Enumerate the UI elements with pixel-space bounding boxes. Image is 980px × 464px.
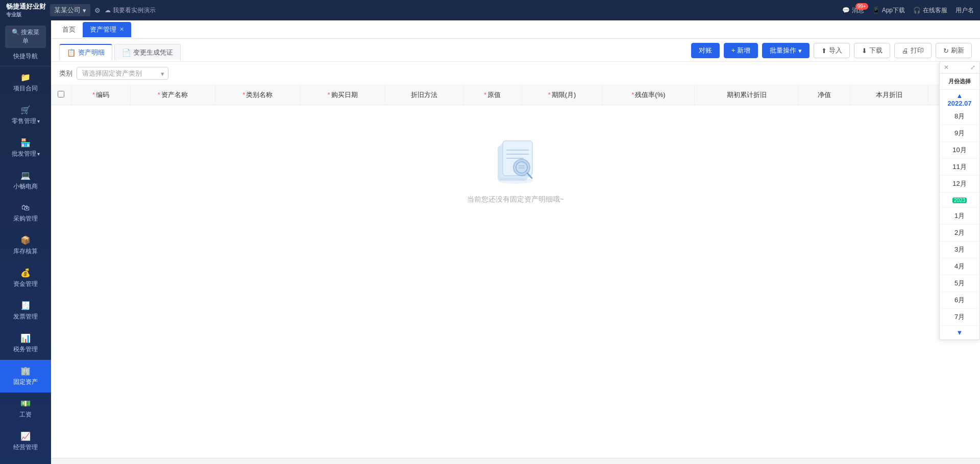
cloud-icon: ☁: [105, 7, 111, 14]
sidebar-item-fixed-assets[interactable]: 🏢 固定资产: [0, 360, 51, 393]
sub-tab-asset-detail-label: 资产明细: [78, 48, 105, 57]
filter-bar: 类别 请选择固定资产类别: [51, 62, 980, 85]
panel-nav-up[interactable]: ▲: [957, 92, 963, 100]
user-button[interactable]: 用户名: [955, 6, 974, 15]
wholesale-icon: 🏪: [20, 138, 31, 148]
app-download-button[interactable]: 📱 App下载: [872, 6, 905, 15]
col-net-value: 净值: [799, 85, 850, 105]
month-3[interactable]: 3月: [940, 241, 979, 258]
change-voucher-icon: 📄: [122, 48, 131, 57]
col-category: *类别名称: [215, 85, 301, 105]
sub-tab-bar: 📋 资产明细 📄 变更生成凭证 对账 + 新增 批量操作 ▾: [51, 39, 980, 62]
settings-button[interactable]: ⚙: [94, 7, 101, 14]
year-2023-badge: 2023: [940, 192, 979, 208]
category-filter-wrapper: 请选择固定资产类别: [77, 67, 168, 80]
table-wrapper: *编码 *资产名称 *类别名称 *购买日期 折旧方法 *原值 *期限(月) *残…: [51, 85, 980, 458]
year-badge: 2023: [952, 198, 967, 203]
panel-expand-button[interactable]: ⤢: [970, 64, 975, 71]
batch-label: 批量操作: [770, 46, 796, 55]
print-icon: 🖨: [902, 47, 909, 55]
sidebar-item-label: 项目合同: [13, 84, 38, 93]
empty-text: 当前您还没有固定资产明细哦~: [467, 195, 564, 204]
panel-nav-down[interactable]: ▼: [957, 329, 963, 336]
inventory-icon: 📦: [20, 235, 31, 245]
import-label: 导入: [829, 46, 842, 55]
month-2[interactable]: 2月: [940, 225, 979, 241]
col-name: *资产名称: [130, 85, 215, 105]
col-monthly-depreciation: 本月折旧: [850, 85, 928, 105]
sidebar-item-label: 采购管理: [13, 214, 38, 223]
demo-button[interactable]: ☁ 我要看实例演示: [105, 6, 156, 15]
empty-svg: [485, 136, 546, 187]
sidebar-item-invoice[interactable]: 🧾 发票管理: [0, 295, 51, 327]
month-6[interactable]: 6月: [940, 292, 979, 309]
sidebar-item-purchase[interactable]: 🛍 采购管理: [0, 197, 51, 229]
month-12[interactable]: 12月: [940, 176, 979, 192]
print-label: 打印: [911, 46, 924, 55]
management-icon: 📈: [20, 431, 31, 441]
finance-icon: 💰: [20, 268, 31, 278]
online-service-button[interactable]: 🎧 在线客服: [913, 6, 947, 15]
app-brand: 畅捷通好业财 专业版: [6, 2, 46, 18]
sidebar-item-label: 经营管理: [13, 443, 38, 452]
sidebar-item-salary[interactable]: 💵 工资: [0, 393, 51, 425]
sidebar-item-label: 批发管理: [12, 150, 36, 158]
sidebar-item-management[interactable]: 📈 经营管理: [0, 425, 51, 458]
import-button[interactable]: ⬆ 导入: [814, 43, 850, 58]
print-button[interactable]: 🖨 打印: [894, 43, 932, 58]
company-selector[interactable]: 某某公司 ▾: [50, 4, 90, 16]
download-label: 下载: [869, 46, 883, 55]
project-icon: 📁: [20, 72, 31, 82]
sidebar: 🔍 搜索菜单 快捷导航 📁 项目合同 🛒 零售管理 ▾ 🏪 批发管理 ▾: [0, 20, 51, 464]
quick-nav-button[interactable]: 快捷导航: [13, 52, 38, 61]
tax-icon: 📊: [20, 333, 31, 343]
col-purchase-date: *购买日期: [300, 85, 385, 105]
refresh-button[interactable]: ↻ 刷新: [936, 43, 972, 58]
search-menu-button[interactable]: 🔍 搜索菜单: [5, 26, 46, 48]
col-original-value: *原值: [463, 85, 522, 105]
sub-tab-asset-detail[interactable]: 📋 资产明细: [59, 44, 112, 60]
empty-state-cell: 当前您还没有固定资产明细哦~: [51, 105, 980, 235]
sidebar-item-wholesale[interactable]: 🏪 批发管理 ▾: [0, 132, 51, 164]
month-10[interactable]: 10月: [940, 142, 979, 159]
batch-button[interactable]: 批量操作 ▾: [762, 43, 810, 58]
month-5[interactable]: 5月: [940, 275, 979, 292]
sidebar-item-retail[interactable]: 🛒 零售管理 ▾: [0, 99, 51, 132]
top-bar-right: 💬 消息 99+ 📱 App下载 🎧 在线客服 用户名: [842, 6, 974, 15]
sub-tab-change-voucher[interactable]: 📄 变更生成凭证: [114, 44, 181, 60]
tab-home[interactable]: 首页: [55, 22, 83, 37]
month-4[interactable]: 4月: [940, 258, 979, 275]
add-button[interactable]: + 新增: [724, 43, 758, 58]
online-service-label: 在线客服: [923, 6, 947, 15]
sidebar-item-finance[interactable]: 💰 资金管理: [0, 262, 51, 295]
reconcile-button[interactable]: 对账: [691, 43, 720, 58]
empty-state: 当前您还没有固定资产明细哦~: [51, 105, 980, 235]
month-panel-title: 月份选择: [948, 78, 971, 85]
chevron-icon: ▾: [37, 118, 40, 124]
month-7[interactable]: 7月: [940, 309, 979, 326]
download-button[interactable]: ⬇ 下载: [854, 43, 890, 58]
month-9[interactable]: 9月: [940, 125, 979, 142]
month-11[interactable]: 11月: [940, 159, 979, 176]
sidebar-item-project[interactable]: 📁 项目合同: [0, 66, 51, 99]
panel-close-button[interactable]: ✕: [944, 64, 949, 71]
tab-close-icon[interactable]: ✕: [119, 26, 124, 33]
sidebar-item-label: 库存核算: [13, 247, 38, 256]
sidebar-item-general-ledger[interactable]: 📒 总账管理: [0, 458, 51, 464]
month-1[interactable]: 1月: [940, 208, 979, 225]
month-8[interactable]: 8月: [940, 108, 979, 125]
search-menu-label: 搜索菜单: [21, 29, 39, 44]
sidebar-item-label: 资金管理: [13, 280, 38, 288]
salary-icon: 💵: [20, 399, 31, 408]
app-name: 畅捷通好业财: [6, 3, 46, 10]
sidebar-item-tax[interactable]: 📊 税务管理: [0, 327, 51, 360]
app-download-label: App下载: [882, 6, 905, 15]
tab-asset-management[interactable]: 资产管理 ✕: [83, 22, 131, 37]
sidebar-item-inventory[interactable]: 📦 库存核算: [0, 229, 51, 262]
category-filter-select[interactable]: 请选择固定资产类别: [77, 67, 168, 80]
message-button[interactable]: 💬 消息 99+: [842, 6, 864, 15]
sidebar-item-ecommerce[interactable]: 💻 小畅电商: [0, 164, 51, 197]
dropdown-icon: ▾: [83, 7, 86, 14]
select-all-checkbox[interactable]: [58, 91, 64, 97]
sidebar-item-label: 零售管理: [12, 117, 36, 126]
